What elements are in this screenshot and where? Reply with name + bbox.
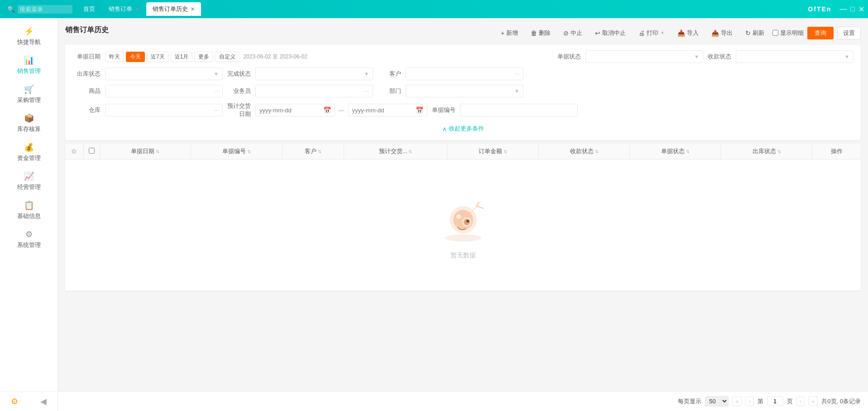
empty-state-cell: 暂无数据: [65, 160, 861, 291]
th-amount-sort[interactable]: 订单金额 ⇅: [451, 147, 535, 155]
close-window-icon[interactable]: ✕: [858, 5, 864, 14]
sidebar-item-purchase-label: 采购管理: [17, 96, 41, 104]
show-detail-check[interactable]: 显示明细: [772, 29, 804, 37]
th-customer[interactable]: 客户 ⇅: [282, 144, 344, 160]
calendar-from-icon[interactable]: 📅: [323, 106, 331, 114]
collapse-sidebar-icon[interactable]: ◀: [40, 396, 47, 406]
date-btn-today[interactable]: 今天: [126, 52, 145, 62]
settings-bottom-icon[interactable]: ⚙: [11, 396, 18, 406]
calendar-to-icon[interactable]: 📅: [416, 106, 423, 114]
order-no-filter[interactable]: [460, 104, 578, 116]
table-header: ⚙ 单据日期 ⇅: [65, 144, 861, 160]
sidebar-item-operations-label: 经营管理: [17, 183, 41, 191]
sidebar-item-operations[interactable]: 📈 经营管理: [0, 167, 58, 196]
tab-sales-order[interactable]: 销售订单 ✕: [102, 2, 145, 16]
tab-sales-history-close[interactable]: ✕: [191, 6, 195, 12]
delivery-date-from-input[interactable]: [259, 107, 321, 114]
th-warehouse-sort[interactable]: 出库状态 ⇅: [725, 147, 809, 155]
date-btn-7days[interactable]: 近7天: [147, 52, 169, 62]
tab-sales-history[interactable]: 销售订单历史 ✕: [146, 2, 201, 16]
receipt-status-filter[interactable]: ▼: [736, 50, 854, 63]
sidebar-item-sales[interactable]: 📊 销售管理: [0, 51, 58, 80]
warehouse-ellipsis[interactable]: ···: [214, 107, 219, 113]
date-btn-1month[interactable]: 近1月: [171, 52, 193, 62]
search-menu-input[interactable]: [18, 5, 72, 14]
th-amount-sort-icon: ⇅: [504, 149, 507, 154]
dept-filter[interactable]: ▼: [406, 85, 523, 97]
export-label: 导出: [721, 29, 733, 37]
th-date-sort[interactable]: 单据日期 ⇅: [104, 147, 187, 155]
print-dropdown-arrow: ▼: [660, 30, 665, 35]
tab-home-label: 首页: [83, 5, 95, 13]
warehouse-filter[interactable]: ···: [105, 104, 223, 116]
th-warehouse-status[interactable]: 出库状态 ⇅: [721, 144, 812, 160]
print-label: 打印: [647, 29, 658, 37]
date-btn-yesterday[interactable]: 昨天: [105, 52, 124, 62]
salesperson-ellipsis[interactable]: ···: [364, 88, 369, 94]
th-doc-sort[interactable]: 单据状态 ⇅: [633, 147, 717, 155]
th-amount[interactable]: 订单金额 ⇅: [447, 144, 539, 160]
settings-button[interactable]: 设置: [837, 27, 861, 39]
print-button[interactable]: 🖨 打印 ▼: [634, 27, 669, 39]
th-customer-sort[interactable]: 客户 ⇅: [286, 147, 340, 155]
dept-label: 部门: [373, 87, 406, 95]
delivery-date-to-filter[interactable]: 📅: [348, 104, 428, 116]
salesperson-filter[interactable]: ···: [255, 85, 373, 97]
empty-svg: [436, 199, 490, 245]
th-date[interactable]: 单据日期 ⇅: [100, 144, 191, 160]
delivery-date-from-filter[interactable]: 📅: [255, 104, 335, 116]
add-button[interactable]: + 新增: [496, 27, 523, 39]
customer-ellipsis[interactable]: ···: [515, 71, 519, 77]
th-delivery[interactable]: 预计交货... ⇅: [344, 144, 447, 160]
empty-state-row: 暂无数据: [65, 160, 861, 291]
complete-status-filter[interactable]: ▼: [255, 68, 373, 80]
date-btn-more[interactable]: 更多: [194, 52, 213, 62]
refresh-button[interactable]: ↻ 刷新: [741, 27, 769, 39]
page-number-input[interactable]: [767, 396, 783, 406]
cancel-stop-button[interactable]: ↩ 取消中止: [590, 27, 630, 39]
collapse-button[interactable]: ∧ 收起更多条件: [442, 123, 484, 135]
next-page-btn[interactable]: ›: [796, 396, 805, 406]
th-no[interactable]: 单据编号 ⇅: [191, 144, 283, 160]
table-settings-icon[interactable]: ⚙: [71, 148, 77, 155]
stop-button[interactable]: ⊘ 中止: [559, 27, 587, 39]
tab-sales-order-close[interactable]: ✕: [135, 6, 139, 12]
customer-filter[interactable]: ···: [406, 68, 523, 80]
th-no-sort[interactable]: 单据编号 ⇅: [195, 147, 278, 155]
import-icon: 📥: [677, 29, 685, 37]
last-page-btn[interactable]: »: [808, 396, 818, 406]
delete-button[interactable]: 🗑 删除: [526, 27, 555, 39]
sidebar-item-sys-mgmt[interactable]: ⚙ 系统管理: [0, 225, 58, 254]
th-warehouse-label: 出库状态: [753, 147, 776, 155]
show-detail-checkbox[interactable]: [772, 30, 778, 36]
prev-page-btn[interactable]: ‹: [745, 396, 753, 406]
th-delivery-sort[interactable]: 预计交货... ⇅: [348, 147, 444, 155]
pagination-bar: 每页显示 50 10 20 100 « ‹ 第 页 › » 共0页, 0条记录: [58, 391, 868, 411]
doc-status-filter[interactable]: ▼: [585, 50, 703, 63]
goods-ellipsis[interactable]: ···: [214, 88, 219, 94]
delivery-date-to-input[interactable]: [352, 107, 414, 114]
svg-point-9: [456, 214, 461, 219]
export-icon: 📤: [711, 29, 719, 37]
sidebar-item-basic-info[interactable]: 📋 基础信息: [0, 196, 58, 225]
page-size-select[interactable]: 50 10 20 100: [705, 396, 729, 406]
page-size-label: 每页显示: [678, 397, 701, 406]
select-all-checkbox[interactable]: [89, 148, 95, 154]
export-button[interactable]: 📤 导出: [707, 27, 737, 39]
tab-home[interactable]: 首页: [77, 2, 101, 16]
first-page-btn[interactable]: «: [732, 396, 742, 406]
import-button[interactable]: 📥 导入: [673, 27, 703, 39]
maximize-icon[interactable]: □: [850, 5, 855, 13]
sidebar-item-finance[interactable]: 💰 资金管理: [0, 138, 58, 167]
warehouse-status-filter[interactable]: ▼: [105, 68, 223, 80]
th-doc-status[interactable]: 单据状态 ⇅: [630, 144, 721, 160]
th-receipt-sort[interactable]: 收款状态 ⇅: [542, 147, 626, 155]
goods-filter[interactable]: ···: [105, 85, 223, 97]
query-button[interactable]: 查询: [807, 27, 834, 39]
th-receipt-status[interactable]: 收款状态 ⇅: [538, 144, 630, 160]
sidebar-item-inventory[interactable]: 📦 库存核算: [0, 109, 58, 138]
minimize-icon[interactable]: —: [839, 5, 847, 13]
date-btn-custom[interactable]: 自定义: [215, 52, 240, 62]
sidebar-item-quick-nav[interactable]: ⚡ 快捷导航: [0, 22, 58, 51]
sidebar-item-purchase[interactable]: 🛒 采购管理: [0, 80, 58, 109]
